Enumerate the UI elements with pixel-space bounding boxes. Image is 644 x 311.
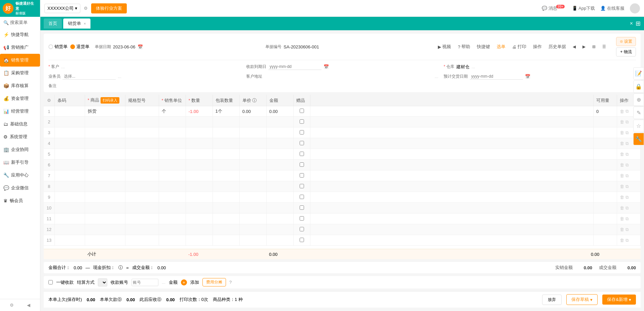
cell-qty-12[interactable]	[186, 235, 213, 246]
print-btn[interactable]: 🖨 打印	[510, 43, 528, 50]
scan-btn[interactable]: 扫码录入	[101, 97, 119, 104]
cell-amount-10[interactable]	[266, 213, 293, 224]
cell-qty-4[interactable]	[186, 149, 213, 160]
delete-icon-6[interactable]: 🗑	[620, 173, 624, 178]
cell-spec-11[interactable]	[125, 224, 159, 235]
gift-checkbox-12[interactable]	[300, 238, 304, 242]
sidebar-item-inventory[interactable]: 📦 库存核算	[0, 79, 40, 92]
cell-goods-3[interactable]	[85, 138, 125, 149]
cell-qty-1[interactable]	[186, 117, 213, 127]
dropdown-arrow-icon-new[interactable]: ▾	[629, 297, 631, 302]
cell-amount-8[interactable]	[266, 192, 293, 203]
cell-spec-5[interactable]	[125, 160, 159, 170]
delete-icon-12[interactable]: 🗑	[620, 238, 624, 243]
cell-amount-9[interactable]	[266, 203, 293, 213]
copy-icon-3[interactable]: ⧉	[626, 141, 629, 146]
select-btn[interactable]: 选单	[495, 43, 507, 50]
wuliu-button[interactable]: + 物流	[616, 47, 636, 56]
rfb-plus[interactable]: ⊕	[633, 93, 644, 106]
cell-barcode-9[interactable]	[54, 203, 85, 213]
cell-price-8[interactable]	[239, 192, 266, 203]
cell-barcode-11[interactable]	[54, 224, 85, 235]
calendar-icon[interactable]: 📅	[138, 44, 143, 49]
operate-btn[interactable]: 操作	[531, 43, 544, 50]
topbar-gear-icon[interactable]: ⚙	[84, 6, 88, 11]
save-new-button[interactable]: 保存&新增 ▾	[602, 295, 636, 305]
cell-gift-4[interactable]	[293, 149, 310, 160]
delete-icon-0[interactable]: 🗑	[620, 109, 624, 114]
feiyong-btn[interactable]: 费用分摊	[202, 278, 226, 286]
salesperson-input[interactable]	[63, 73, 116, 80]
cell-amount-5[interactable]	[266, 160, 293, 170]
cell-spec-1[interactable]	[125, 117, 159, 127]
cell-spec-9[interactable]	[125, 203, 159, 213]
cell-pkgqty-12[interactable]	[213, 235, 239, 246]
history-btn[interactable]: 历史单据	[546, 43, 568, 50]
cell-gift-11[interactable]	[293, 224, 310, 235]
cell-spec-4[interactable]	[125, 149, 159, 160]
cell-amount-7[interactable]	[266, 181, 293, 192]
copy-icon-1[interactable]: ⧉	[626, 119, 629, 125]
cell-barcode-1[interactable]	[54, 117, 85, 127]
delete-icon-2[interactable]: 🗑	[620, 130, 624, 135]
cell-amount-4[interactable]	[266, 149, 293, 160]
cell-gift-0[interactable]	[293, 106, 310, 117]
rfb-pen[interactable]: ✎	[633, 107, 644, 119]
rfb-lock[interactable]: 🔒	[633, 80, 644, 93]
dropdown-arrow-icon-save[interactable]: ▾	[590, 297, 593, 302]
cell-goods-2[interactable]	[85, 127, 125, 138]
expected-date-input[interactable]	[470, 73, 523, 80]
tab-sales-order[interactable]: 销货单 ×	[63, 18, 90, 29]
cell-goods-0[interactable]: 拆货	[85, 106, 125, 117]
cell-goods-8[interactable]	[85, 192, 125, 203]
cell-price-6[interactable]	[239, 170, 266, 181]
list-icon[interactable]: ☰	[600, 44, 608, 50]
company-selector[interactable]: XXXXXX公司 ▾	[44, 4, 80, 13]
cell-gift-6[interactable]	[293, 170, 310, 181]
copy-icon-11[interactable]: ⧉	[626, 227, 629, 232]
delete-icon-3[interactable]: 🗑	[620, 141, 624, 146]
cell-barcode-8[interactable]	[54, 192, 85, 203]
gift-checkbox-6[interactable]	[300, 173, 304, 178]
cell-gift-12[interactable]	[293, 235, 310, 246]
sidebar-item-enterprise[interactable]: 🏢 企业协同	[0, 143, 40, 156]
copy-icon-12[interactable]: ⧉	[626, 238, 629, 243]
delete-icon-9[interactable]: 🗑	[620, 205, 624, 210]
cell-goods-5[interactable]	[85, 160, 125, 170]
cell-pkgqty-3[interactable]	[213, 138, 239, 149]
salesperson-dots[interactable]: ...	[118, 74, 121, 79]
cell-unit-9[interactable]	[159, 203, 186, 213]
cell-pkgqty-8[interactable]	[213, 192, 239, 203]
copy-icon-5[interactable]: ⧉	[626, 162, 629, 168]
cell-unit-10[interactable]	[159, 213, 186, 224]
cell-price-4[interactable]	[239, 149, 266, 160]
cell-pkgqty-2[interactable]	[213, 127, 239, 138]
cell-spec-3[interactable]	[125, 138, 159, 149]
trial-button[interactable]: 体验行业方案	[91, 3, 127, 13]
cell-pkgqty-4[interactable]	[213, 149, 239, 160]
tabbar-close-icon[interactable]: ×	[630, 21, 633, 27]
cell-qty-7[interactable]	[186, 181, 213, 192]
cell-qty-0[interactable]: -1.00	[186, 106, 213, 117]
cell-gift-7[interactable]	[293, 181, 310, 192]
payment-dots[interactable]: ...	[162, 280, 165, 285]
copy-icon-6[interactable]: ⧉	[626, 173, 629, 179]
cell-gift-10[interactable]	[293, 213, 310, 224]
cell-pkgqty-1[interactable]	[213, 117, 239, 127]
cell-unit-3[interactable]	[159, 138, 186, 149]
cell-gift-2[interactable]	[293, 127, 310, 138]
cell-barcode-12[interactable]	[54, 235, 85, 246]
delete-icon-8[interactable]: 🗑	[620, 195, 624, 200]
discount-help-icon[interactable]: ⓘ	[118, 265, 123, 271]
rfb-star[interactable]: ☆	[633, 120, 644, 132]
cell-unit-5[interactable]	[159, 160, 186, 170]
nav-next-icon[interactable]: ▶	[580, 44, 588, 50]
cell-goods-12[interactable]	[85, 235, 125, 246]
delete-icon-7[interactable]: 🗑	[620, 184, 624, 189]
save-draft-button[interactable]: 保存草稿 ▾	[566, 294, 598, 305]
shortcut-btn[interactable]: 快捷键	[475, 43, 492, 50]
gift-checkbox-3[interactable]	[300, 141, 304, 145]
sidebar-item-finance[interactable]: 💰 资金管理	[0, 92, 40, 105]
cell-qty-11[interactable]	[186, 224, 213, 235]
tab-close-icon[interactable]: ×	[84, 22, 86, 26]
